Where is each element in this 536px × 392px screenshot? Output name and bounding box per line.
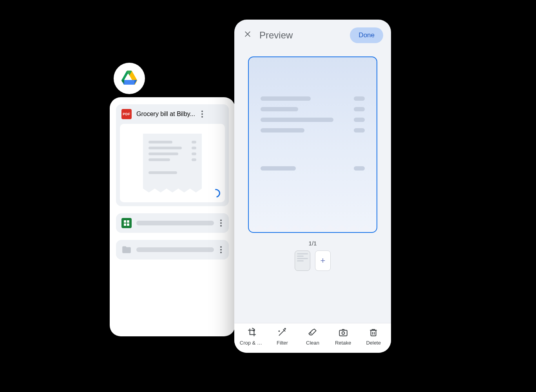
- loading-spinner-icon: [210, 187, 222, 200]
- plus-icon: +: [321, 256, 326, 266]
- drive-logo-badge: [114, 63, 145, 94]
- svg-rect-13: [371, 330, 376, 336]
- tool-label: Delete: [366, 340, 381, 346]
- done-button[interactable]: Done: [350, 27, 383, 43]
- file-item-folder[interactable]: [116, 240, 229, 260]
- tool-retake[interactable]: Retake: [328, 327, 359, 346]
- eraser-icon: [308, 327, 318, 338]
- tool-filter[interactable]: Filter: [267, 327, 298, 346]
- camera-icon: [338, 327, 348, 338]
- close-button[interactable]: [242, 30, 253, 41]
- preview-title: Preview: [259, 30, 344, 41]
- file-item-pdf[interactable]: PDF Grocery bill at Bilby...: [116, 104, 229, 206]
- svg-point-12: [342, 332, 344, 334]
- tool-label: Clean: [306, 340, 319, 346]
- file-title-placeholder: [136, 221, 214, 225]
- google-drive-icon: [121, 71, 137, 86]
- tool-label: Filter: [277, 340, 288, 346]
- trash-icon: [368, 327, 378, 338]
- tool-label: Crop & R...: [240, 340, 264, 346]
- file-item-sheet[interactable]: [116, 213, 229, 233]
- more-options-button[interactable]: [219, 245, 223, 255]
- page-indicator: 1/1: [309, 240, 317, 247]
- page-thumbnail[interactable]: [295, 250, 310, 271]
- file-title: Grocery bill at Bilby...: [136, 111, 195, 118]
- file-title-placeholder: [136, 247, 214, 252]
- page-thumbnails: +: [295, 250, 331, 271]
- more-options-button[interactable]: [200, 109, 205, 119]
- preview-header: Preview Done: [234, 20, 391, 47]
- drive-file-list-card: PDF Grocery bill at Bilby...: [110, 97, 235, 336]
- file-thumbnail: [120, 124, 225, 202]
- receipt-thumbnail: [143, 134, 202, 192]
- tool-clean[interactable]: Clean: [297, 327, 328, 346]
- folder-icon: [121, 245, 132, 255]
- more-options-button[interactable]: [219, 218, 223, 228]
- preview-toolbar: Crop & R... Filter Clean Retake Delete: [234, 323, 391, 353]
- crop-rotate-icon: [247, 327, 257, 338]
- receipt-edge-icon: [250, 221, 376, 231]
- close-icon: [244, 30, 252, 40]
- google-sheet-icon: [121, 218, 132, 228]
- add-page-button[interactable]: +: [315, 250, 331, 271]
- tool-delete[interactable]: Delete: [358, 327, 389, 346]
- tool-label: Retake: [335, 340, 351, 346]
- scan-preview-image[interactable]: [248, 56, 377, 233]
- scan-preview-panel: Preview Done 1/1 +: [234, 20, 391, 353]
- tool-crop-rotate[interactable]: Crop & R...: [237, 327, 267, 346]
- magic-wand-icon: [277, 327, 287, 338]
- pdf-icon: PDF: [121, 109, 132, 119]
- svg-rect-11: [339, 330, 347, 336]
